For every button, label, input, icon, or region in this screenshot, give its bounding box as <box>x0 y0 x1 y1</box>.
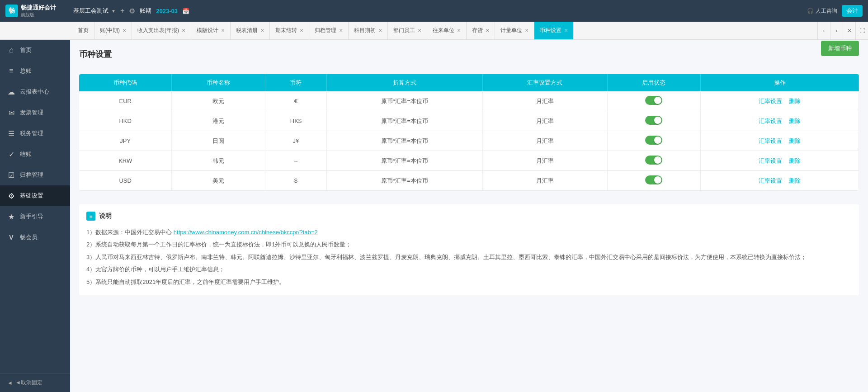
tab-home[interactable]: 首页 <box>72 22 94 40</box>
sidebar-item-guide[interactable]: ★ 新手引导 <box>0 206 70 227</box>
tab-balance-close[interactable]: ✕ <box>123 28 126 33</box>
tab-units[interactable]: 计量单位 ✕ <box>495 22 534 40</box>
tab-archive-close[interactable]: ✕ <box>339 28 343 33</box>
col-header-status: 启用状态 <box>607 74 700 91</box>
main-layout: ⌂ 首页 ≡ 总账 ☁ 云报表中心 ✉ 发票管理 ☰ 税务管理 ✓ 结账 ☑ 归… <box>0 40 868 392</box>
delete-link-0[interactable]: 删除 <box>789 98 801 104</box>
cell-actions-0: 汇率设置 删除 <box>701 91 859 111</box>
cell-name-2: 日圆 <box>172 131 265 151</box>
user-badge[interactable]: 会计 <box>842 5 863 17</box>
tab-scroll-left[interactable]: ‹ <box>817 22 830 40</box>
tab-period-end[interactable]: 期末结转 ✕ <box>270 22 309 40</box>
rate-settings-link-1[interactable]: 汇率设置 <box>759 118 782 124</box>
tab-partners-close[interactable]: ✕ <box>457 28 461 33</box>
cell-symbol-2: J¥ <box>265 131 327 151</box>
tab-archive[interactable]: 归档管理 ✕ <box>309 22 349 40</box>
cell-code-3: KRW <box>79 151 172 171</box>
tab-tax[interactable]: 税表清册 ✕ <box>231 22 270 40</box>
tab-template[interactable]: 模版设计 ✕ <box>191 22 231 40</box>
sidebar-item-checkout[interactable]: ✓ 结账 <box>0 144 70 165</box>
delete-link-1[interactable]: 删除 <box>789 118 801 124</box>
tab-departments[interactable]: 部门员工 ✕ <box>388 22 427 40</box>
cell-status-0 <box>607 91 700 111</box>
page-title: 币种设置 <box>79 49 112 60</box>
delete-link-2[interactable]: 删除 <box>789 137 801 144</box>
rate-settings-link-0[interactable]: 汇率设置 <box>759 98 782 104</box>
cell-code-0: EUR <box>79 91 172 111</box>
cell-name-0: 欧元 <box>172 91 265 111</box>
toggle-enabled-KRW[interactable] <box>645 156 662 165</box>
rate-settings-link-3[interactable]: 汇率设置 <box>759 157 782 164</box>
top-bar-right: 🎧 人工咨询 会计 <box>807 5 863 17</box>
tab-partners[interactable]: 往来单位 ✕ <box>427 22 467 40</box>
tab-template-close[interactable]: ✕ <box>221 28 225 33</box>
cell-status-4 <box>607 171 700 191</box>
chinamoney-link[interactable]: https://www.chinamoney.com.cn/chinese/bk… <box>174 229 318 236</box>
table-row: JPY 日圆 J¥ 原币*汇率=本位币 月汇率 汇率设置 删除 <box>79 131 859 151</box>
tab-tax-close[interactable]: ✕ <box>260 28 264 33</box>
notes-item-1: 1）数据来源：中国外汇交易中心 https://www.chinamoney.c… <box>86 226 852 238</box>
tab-currency[interactable]: 币种设置 ✕ <box>534 22 574 40</box>
toggle-enabled-JPY[interactable] <box>645 136 662 145</box>
pin-icon: ◄ <box>7 380 13 386</box>
sidebar-item-home[interactable]: ⌂ 首页 <box>0 40 70 61</box>
col-header-actions: 操作 <box>701 74 859 91</box>
checkout-icon: ✓ <box>7 150 15 158</box>
org-dropdown-arrow: ▼ <box>111 9 116 14</box>
col-header-rate: 汇率设置方式 <box>482 74 607 91</box>
cell-rate-method-1: 月汇率 <box>482 111 607 131</box>
cell-name-1: 港元 <box>172 111 265 131</box>
tab-scroll-right[interactable]: › <box>830 22 843 40</box>
sidebar-item-member[interactable]: V 畅会员 <box>0 227 70 248</box>
tab-currency-close[interactable]: ✕ <box>564 28 568 33</box>
cell-name-3: 韩元 <box>172 151 265 171</box>
tab-units-close[interactable]: ✕ <box>525 28 528 33</box>
member-icon: V <box>7 233 15 241</box>
tab-subjects[interactable]: 科目期初 ✕ <box>349 22 388 40</box>
sidebar-item-tax[interactable]: ☰ 税务管理 <box>0 123 70 144</box>
sidebar-item-reports[interactable]: ☁ 云报表中心 <box>0 81 70 102</box>
tax-icon: ☰ <box>7 129 15 137</box>
new-currency-button[interactable]: 新增币种 <box>821 41 859 56</box>
sidebar-pin-button[interactable]: ◄ ◄取消固定 <box>0 373 70 392</box>
delete-link-3[interactable]: 删除 <box>789 157 801 164</box>
sidebar-item-ledger[interactable]: ≡ 总账 <box>0 61 70 81</box>
sidebar-item-archive[interactable]: ☑ 归档管理 <box>0 165 70 185</box>
tab-balance[interactable]: 账(中期) ✕ <box>94 22 132 40</box>
cell-symbol-3: -- <box>265 151 327 171</box>
tab-income-close[interactable]: ✕ <box>182 28 185 33</box>
tab-departments-close[interactable]: ✕ <box>418 28 421 33</box>
toggle-enabled-USD[interactable] <box>645 175 662 184</box>
delete-link-4[interactable]: 删除 <box>789 177 801 184</box>
tab-period-end-close[interactable]: ✕ <box>300 28 303 33</box>
guide-icon: ★ <box>7 213 15 221</box>
cell-actions-2: 汇率设置 删除 <box>701 131 859 151</box>
invoice-icon: ✉ <box>7 109 15 117</box>
sidebar-item-invoices[interactable]: ✉ 发票管理 <box>0 102 70 123</box>
toggle-enabled-HKD[interactable] <box>645 116 662 125</box>
logo-sub: 旗舰版 <box>21 12 56 18</box>
table-row: EUR 欧元 € 原币*汇率=本位币 月汇率 汇率设置 删除 <box>79 91 859 111</box>
period-calendar-icon[interactable]: 📅 <box>182 8 189 14</box>
tab-income[interactable]: 收入支出表(年报) ✕ <box>132 22 191 40</box>
currency-table: 币种代码 币种名称 币符 折算方式 汇率设置方式 启用状态 操作 EUR 欧元 … <box>79 74 859 191</box>
notes-title: ≡ 说明 <box>86 212 852 221</box>
rate-settings-link-2[interactable]: 汇率设置 <box>759 137 782 144</box>
cell-calc-4: 原币*汇率=本位币 <box>327 171 483 191</box>
org-selector[interactable]: 基层工会测试 ▼ <box>73 7 116 15</box>
support-button[interactable]: 🎧 人工咨询 <box>807 7 837 15</box>
tab-inventory-close[interactable]: ✕ <box>486 28 489 33</box>
toggle-enabled-EUR[interactable] <box>645 96 662 105</box>
tab-close-all[interactable]: ✕ <box>843 22 855 40</box>
col-header-name: 币种名称 <box>172 74 265 91</box>
workspace-settings-icon[interactable]: ⚙ <box>129 7 135 15</box>
tab-subjects-close[interactable]: ✕ <box>378 28 382 33</box>
cell-name-4: 美元 <box>172 171 265 191</box>
add-workspace-icon[interactable]: + <box>120 7 124 15</box>
rate-settings-link-4[interactable]: 汇率设置 <box>759 177 782 184</box>
cell-status-1 <box>607 111 700 131</box>
tab-inventory[interactable]: 存货 ✕ <box>467 22 495 40</box>
sidebar: ⌂ 首页 ≡ 总账 ☁ 云报表中心 ✉ 发票管理 ☰ 税务管理 ✓ 结账 ☑ 归… <box>0 40 70 392</box>
tab-maximize[interactable]: ⛶ <box>855 22 868 40</box>
sidebar-item-settings[interactable]: ⚙ 基础设置 <box>0 185 70 206</box>
